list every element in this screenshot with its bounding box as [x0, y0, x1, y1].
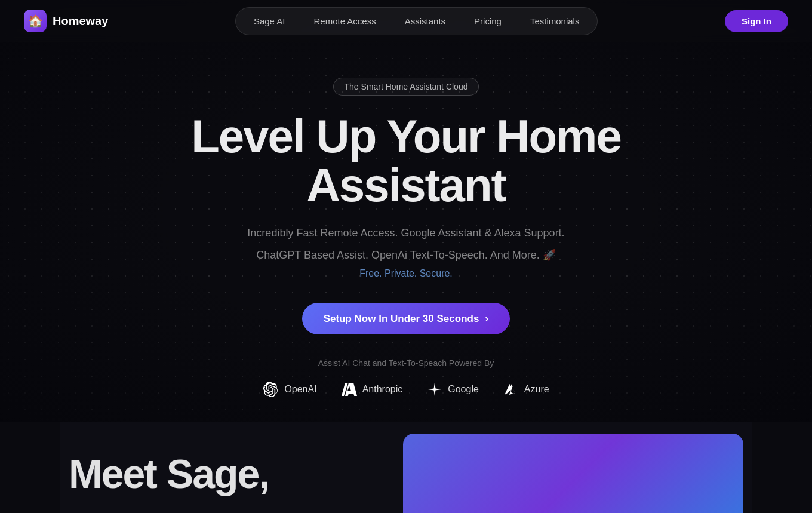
azure-label: Azure [524, 384, 549, 395]
ai-provider-openai: OpenAI [263, 381, 316, 398]
logo[interactable]: 🏠 Homeway [24, 10, 108, 32]
nav-item-testimonials[interactable]: Testimonials [517, 11, 593, 31]
openai-label: OpenAI [284, 384, 316, 395]
anthropic-label: Anthropic [362, 384, 403, 395]
ai-provider-azure: Azure [503, 381, 549, 398]
google-label: Google [448, 384, 479, 395]
nav-item-sage-ai[interactable]: Sage AI [241, 11, 299, 31]
hero-title: Level Up Your Home Assistant [122, 112, 690, 210]
nav-menu: Sage AI Remote Access Assistants Pricing… [235, 7, 598, 35]
nav-item-assistants[interactable]: Assistants [392, 11, 459, 31]
cta-arrow-icon: › [485, 312, 488, 325]
hero-subtitle-2: ChatGPT Based Assist. OpenAi Text-To-Spe… [256, 247, 556, 264]
hero-subtitle-1: Incredibly Fast Remote Access. Google As… [247, 225, 564, 242]
hero-content: The Smart Home Assistant Cloud Level Up … [110, 42, 702, 422]
meet-sage-heading: Meet Sage, [69, 451, 269, 496]
ai-provider-google: Google [426, 381, 479, 398]
sage-card [403, 434, 743, 513]
anthropic-icon [341, 381, 358, 398]
nav-item-remote-access[interactable]: Remote Access [300, 11, 389, 31]
cta-label: Setup Now In Under 30 Seconds [324, 313, 479, 325]
sign-in-button[interactable]: Sign In [725, 10, 788, 32]
hero-section: The Smart Home Assistant Cloud Level Up … [0, 0, 812, 422]
logo-icon: 🏠 [24, 10, 47, 32]
azure-icon [503, 381, 519, 398]
ai-logos-row: OpenAI Anthropic [263, 381, 549, 398]
logo-text: Homeway [53, 14, 108, 28]
side-panel-left [0, 422, 60, 513]
bottom-section: Meet Sage, [0, 422, 812, 513]
ai-provider-anthropic: Anthropic [341, 381, 403, 398]
hero-badge-text: The Smart Home Assistant Cloud [345, 82, 468, 91]
openai-icon [263, 381, 279, 398]
hero-badge: The Smart Home Assistant Cloud [333, 78, 479, 96]
cta-button[interactable]: Setup Now In Under 30 Seconds › [302, 303, 510, 334]
hero-tagline: Free. Private. Secure. [359, 268, 453, 279]
nav-item-pricing[interactable]: Pricing [461, 11, 515, 31]
side-panel-right [752, 422, 812, 513]
powered-by-label: Assist AI Chat and Text-To-Speach Powere… [318, 358, 494, 368]
google-icon [426, 381, 443, 398]
navigation: 🏠 Homeway Sage AI Remote Access Assistan… [0, 0, 812, 42]
